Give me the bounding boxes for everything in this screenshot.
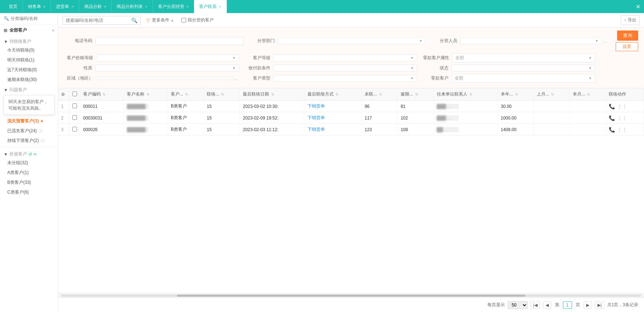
retail-attr-arrow: ▼ [588, 56, 592, 60]
row2-method-link[interactable]: 下销货单 [307, 115, 325, 120]
col-uncontacted[interactable]: 未联... ⇅ [362, 88, 398, 101]
row3-this-month [570, 124, 606, 135]
customer-level-select[interactable]: ▼ [273, 54, 417, 61]
price-level-label: 客户价格等级 [67, 55, 93, 61]
filter-search-box[interactable]: 🔍 [63, 16, 141, 25]
retail-attr-label: 零款客户属性 [423, 55, 449, 61]
refresh-icon[interactable]: ↺ [28, 152, 32, 157]
row3-checkbox[interactable] [69, 124, 80, 135]
sidebar-item-ungrouped[interactable]: 未分组(32) [0, 158, 58, 168]
select-all-checkbox[interactable] [72, 92, 77, 96]
my-customers-checkbox[interactable] [181, 18, 186, 23]
tab-product-list[interactable]: 商品分析列表 × [112, 0, 153, 13]
query-button[interactable]: 查询 [617, 31, 638, 41]
col-customer-code[interactable]: 客户编码 ⇅ [80, 88, 124, 101]
col-contact-count[interactable]: 联络... ⇅ [204, 88, 240, 101]
status-select[interactable]: ▼ [451, 65, 595, 72]
col-this-month[interactable]: 本月... ⇅ [570, 88, 606, 101]
filter-search-button[interactable]: 🔍 [131, 17, 137, 23]
sidebar-item-c-class[interactable]: C类客户(6) [0, 187, 58, 197]
manager-label: 分管人员 [432, 38, 457, 44]
tab-purchase[interactable]: 进货单 × [51, 0, 79, 13]
horizontal-scrollbar[interactable] [58, 293, 644, 297]
row3-more-icon[interactable]: ⋮⋮ [617, 127, 627, 133]
tab-purchase-close[interactable]: × [71, 4, 73, 9]
tab-purchase-label: 进货单 [56, 4, 69, 10]
setting-button[interactable]: 设置 [616, 42, 638, 51]
tab-customer-seg[interactable]: 客户分层经营 × [153, 0, 194, 13]
sidebar-item-a-class[interactable]: A类客户(1) [0, 168, 58, 178]
row2-checkbox[interactable] [69, 112, 80, 124]
more-conditions-toggle[interactable]: ▽ 更多条件 ▲ [144, 16, 177, 24]
row1-contact-icon[interactable]: 📞 [609, 104, 615, 109]
retail-attr-select[interactable]: 全部 ▼ [452, 53, 595, 62]
col-settings[interactable]: ⚙ [58, 88, 69, 101]
first-page-button[interactable]: |◀ [531, 301, 540, 309]
row1-method-link[interactable]: 下销货单 [307, 104, 325, 109]
last-page-button[interactable]: ▶| [595, 301, 604, 309]
col-last-month[interactable]: 上月... ⇅ [534, 88, 569, 101]
manager-more-btn[interactable]: ... [602, 39, 608, 44]
sidebar-item-churned[interactable]: 已流失客户(24) ⓘ [0, 126, 58, 136]
tab-product-analysis-close[interactable]: × [104, 4, 106, 9]
dept-select[interactable]: ▼ [278, 37, 426, 44]
nature-select[interactable]: ▼ [95, 65, 239, 72]
sidebar-search-icon: 🔍 [4, 16, 9, 21]
col-unit-contact[interactable]: 往来单位联系人 ⇅ [434, 88, 498, 101]
row3-uncontacted: 123 [362, 124, 398, 135]
sidebar-search-input[interactable] [11, 16, 58, 21]
row1-more-icon[interactable]: ⋮⋮ [617, 104, 627, 109]
row3-method-link[interactable]: 下销货单 [307, 127, 325, 132]
sidebar-item-declining[interactable]: 持续下滑客户(2) ⓘ [0, 136, 58, 146]
row2-more-icon[interactable]: ⋮⋮ [617, 115, 627, 121]
tab-product-analysis[interactable]: 商品分析 × [79, 0, 112, 13]
tab-customer-seg-close[interactable]: × [186, 4, 189, 9]
sidebar-item-churn-warning[interactable]: 流失预警客户(3) ● [0, 116, 58, 126]
settings-icon[interactable]: ⚙ [61, 92, 65, 97]
region-select[interactable] [96, 77, 233, 80]
per-page-select[interactable]: 50 100 200 [508, 301, 528, 309]
sidebar-item-tomorrow-contact[interactable]: 明天待联络(1) [0, 55, 58, 65]
phone-input[interactable] [95, 37, 243, 45]
tab-customer-contact-close[interactable]: × [219, 4, 221, 9]
sidebar-item-b-class[interactable]: B类客户(33) [0, 178, 58, 187]
row2-contact-icon[interactable]: 📞 [609, 115, 615, 121]
col-overdue[interactable]: 逾期... ⇅ [398, 88, 434, 101]
next-page-button[interactable]: ▶ [584, 301, 592, 309]
col-checkbox[interactable] [69, 88, 80, 101]
col-last-contact-method[interactable]: 最后联络方式 ⇅ [304, 88, 362, 101]
window-close-button[interactable]: ✕ [636, 3, 640, 10]
row2-this-month [570, 112, 606, 124]
col-last-contact-date[interactable]: 最后联络日期 ⇅ [240, 88, 304, 101]
sidebar-item-week-contact[interactable]: 近7天待联络(0) [0, 65, 58, 75]
filter-search-input[interactable] [66, 18, 131, 23]
group-pending-label: 待联络客户 [9, 39, 31, 45]
payment-select[interactable]: ▼ [273, 65, 417, 72]
sidebar-item-overdue-contact[interactable]: 逾期未联络(30) [0, 75, 58, 85]
table-row: 1 000011 ██████ B类客户 15 2023-03-02 10:30… [58, 101, 644, 112]
tab-home[interactable]: 首页 [4, 0, 23, 13]
dept-select-arrow: ▼ [419, 39, 423, 43]
edit-icon[interactable]: ✏ [33, 152, 37, 157]
scrollbar-thumb[interactable] [177, 295, 525, 297]
sidebar-item-today-contact[interactable]: 今天待联络(0) [0, 45, 58, 55]
tab-sales-close[interactable]: × [43, 4, 45, 9]
sort-icon-10: ⇅ [515, 92, 518, 96]
region-more-btn[interactable]: ... [233, 76, 239, 81]
row1-checkbox[interactable] [69, 101, 80, 112]
row3-contact-icon[interactable]: 📞 [609, 127, 615, 133]
col-customer-name[interactable]: 客户名称 ⇅ [124, 88, 168, 101]
my-customers-filter[interactable]: 我分管的客户 [181, 17, 214, 23]
prev-page-button[interactable]: ◀ [543, 301, 551, 309]
retail-customer-select[interactable]: 全部 ▼ [451, 74, 595, 83]
tab-sales[interactable]: 销售单 × [23, 0, 51, 13]
export-button[interactable]: ↑ 导出 [621, 15, 640, 25]
tab-product-list-close[interactable]: × [145, 4, 147, 9]
sidebar-all-customers[interactable]: ⊞ 全部客户 « [0, 24, 58, 36]
customer-type-select[interactable]: ▼ [273, 75, 417, 82]
manager-select[interactable]: ▼ [460, 37, 602, 44]
col-year-amount[interactable]: 本年... ⇅ [498, 88, 534, 101]
tab-customer-contact[interactable]: 客户联系 × [194, 0, 226, 13]
price-level-select[interactable]: ▼ [96, 54, 239, 61]
col-customer-type[interactable]: 客户... ⇅ [168, 88, 204, 101]
